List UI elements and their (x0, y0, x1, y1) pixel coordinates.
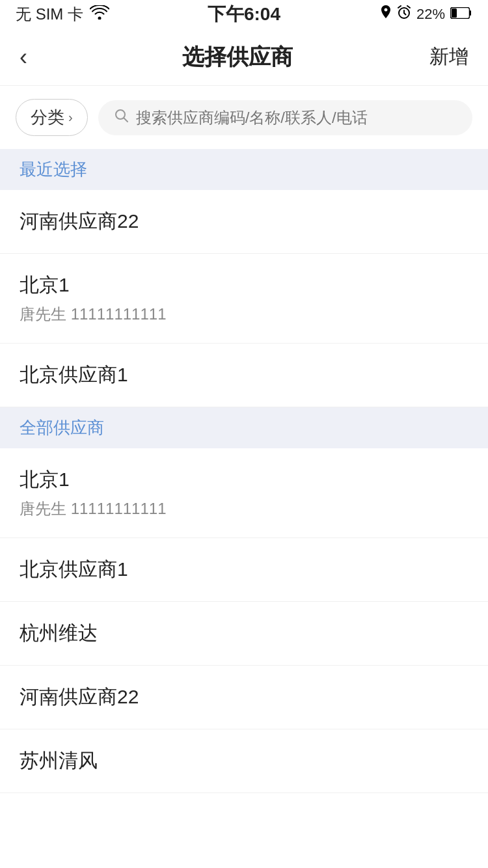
item-sub: 唐先生 11111111111 (20, 304, 468, 325)
item-name: 北京供应商1 (20, 556, 468, 583)
recent-section-label: 最近选择 (20, 159, 87, 179)
item-sub: 唐先生 11111111111 (20, 498, 468, 519)
chevron-right-icon: › (68, 110, 73, 125)
all-list-item[interactable]: 北京1唐先生 11111111111 (0, 448, 488, 538)
item-name: 北京1 (20, 467, 468, 493)
item-name: 河南供应商22 (20, 684, 468, 711)
svg-rect-2 (452, 8, 457, 18)
location-icon (380, 5, 392, 23)
search-icon (114, 108, 129, 128)
recent-list-item[interactable]: 河南供应商22 (0, 190, 488, 254)
back-button[interactable]: ‹ (20, 44, 59, 71)
category-button[interactable]: 分类 › (16, 99, 88, 136)
search-box (98, 100, 472, 135)
recent-section-header: 最近选择 (0, 149, 488, 190)
all-list-item[interactable]: 杭州维达 (0, 602, 488, 666)
status-left: 无 SIM 卡 (16, 4, 109, 25)
all-section-header: 全部供应商 (0, 407, 488, 448)
item-name: 北京供应商1 (20, 362, 468, 388)
recent-list-item[interactable]: 北京1唐先生 11111111111 (0, 254, 488, 344)
all-list-item[interactable]: 河南供应商22 (0, 666, 488, 729)
status-bar: 无 SIM 卡 下午6:04 22% (0, 0, 488, 29)
item-name: 杭州维达 (20, 620, 468, 647)
item-name: 河南供应商22 (20, 208, 468, 235)
all-list-item[interactable]: 苏州清风 (0, 729, 488, 793)
recent-list-item[interactable]: 北京供应商1 (0, 344, 488, 407)
status-right: 22% (380, 5, 472, 23)
wifi-icon (90, 5, 109, 23)
item-name: 北京1 (20, 272, 468, 299)
category-label: 分类 (31, 106, 64, 129)
new-action-button[interactable]: 新增 (416, 44, 468, 70)
filter-bar: 分类 › (0, 86, 488, 149)
carrier-text: 无 SIM 卡 (16, 4, 83, 25)
battery-icon (450, 6, 472, 23)
all-list-item[interactable]: 北京供应商1 (0, 538, 488, 602)
recent-items-list: 河南供应商22北京1唐先生 11111111111北京供应商1 (0, 190, 488, 407)
alarm-icon (397, 5, 411, 23)
all-section-label: 全部供应商 (20, 418, 104, 437)
search-input[interactable] (136, 109, 457, 127)
nav-title: 选择供应商 (182, 42, 293, 72)
status-time: 下午6:04 (208, 2, 280, 27)
battery-text: 22% (416, 6, 445, 23)
item-name: 苏州清风 (20, 748, 468, 774)
all-items-list: 北京1唐先生 11111111111北京供应商1杭州维达河南供应商22苏州清风 (0, 448, 488, 793)
nav-bar: ‹ 选择供应商 新增 (0, 29, 488, 86)
